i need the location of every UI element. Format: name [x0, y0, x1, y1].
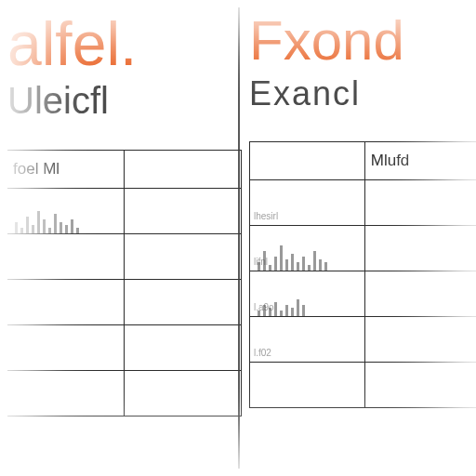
left-title: alfel.: [7, 13, 242, 74]
table-header-row: foel Ml: [7, 151, 242, 189]
right-col-header-0: [250, 142, 365, 180]
table-row: [7, 280, 242, 325]
table-row: [7, 371, 242, 416]
table-row: lhesirl: [250, 180, 477, 226]
left-panel: alfel. Uleicfl foel Ml: [0, 0, 242, 476]
row-sparkline: [15, 189, 118, 233]
right-title: Fxond: [249, 13, 476, 69]
row-sparkline: [258, 271, 359, 316]
vertical-divider: [238, 7, 240, 469]
row-label: l.f02: [254, 348, 271, 358]
table-row: lifnl: [250, 226, 477, 271]
table-row: l.a9o: [250, 271, 477, 317]
row-sparkline: [258, 226, 359, 271]
right-subtitle: Exancl: [249, 74, 476, 113]
left-subtitle: Uleicfl: [7, 80, 242, 122]
table-row: [250, 363, 477, 408]
left-grid: foel Ml: [7, 150, 242, 476]
left-col-header-1: [125, 151, 242, 189]
right-panel: Fxond Exancl Mlufd lhesirl lifnl: [245, 0, 476, 476]
right-col-header-1: Mlufd: [364, 142, 476, 180]
table-row: l.f02: [250, 317, 477, 363]
right-grid: Mlufd lhesirl lifnl l.a9o: [249, 141, 476, 476]
table-row: [7, 325, 242, 371]
row-label: lhesirl: [254, 211, 278, 221]
left-col-header-0: foel Ml: [7, 151, 125, 189]
table-row: [7, 189, 242, 234]
table-row: [7, 234, 242, 280]
table-header-row: Mlufd: [250, 142, 477, 180]
